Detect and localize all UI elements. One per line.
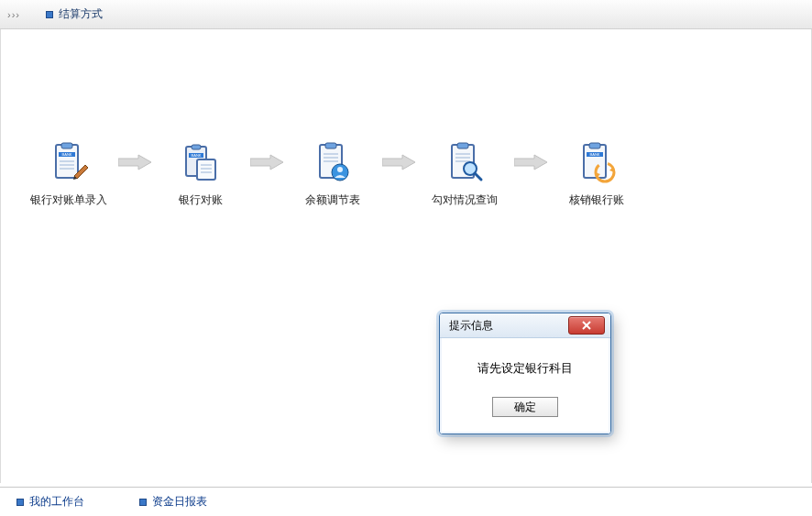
flow-arrow-icon xyxy=(514,154,547,170)
flow-item-balance-adjustment[interactable]: 余额调节表 xyxy=(283,141,382,208)
workflow-canvas: BANK 银行对账单录入 B xyxy=(0,29,812,483)
flow-item-label: 核销银行账 xyxy=(569,192,624,208)
dialog-close-button[interactable] xyxy=(568,316,605,335)
bottom-link-workbench[interactable]: 我的工作台 xyxy=(16,494,84,510)
top-breadcrumb-bar: ››› 结算方式 xyxy=(0,0,812,29)
svg-rect-28 xyxy=(457,143,468,148)
bottom-link-label: 我的工作台 xyxy=(29,494,84,510)
dialog-body: 请先设定银行科目 确定 xyxy=(440,338,610,434)
dialog-title: 提示信息 xyxy=(449,318,493,334)
workflow-row: BANK 银行对账单录入 B xyxy=(19,141,646,208)
flow-arrow-icon xyxy=(250,154,283,170)
svg-marker-9 xyxy=(118,155,151,170)
alert-dialog: 提示信息 请先设定银行科目 确定 xyxy=(439,313,611,434)
dialog-ok-button[interactable]: 确定 xyxy=(492,397,558,417)
svg-rect-11 xyxy=(192,145,201,149)
flow-item-bank-statement-entry[interactable]: BANK 银行对账单录入 xyxy=(19,141,118,208)
svg-marker-18 xyxy=(250,155,283,170)
expand-chevrons[interactable]: ››› xyxy=(7,9,20,20)
clipboard-bank-stack-icon: BANK xyxy=(179,141,223,185)
flow-arrow-icon xyxy=(118,154,151,170)
svg-line-33 xyxy=(475,173,481,180)
svg-rect-36 xyxy=(589,143,600,148)
breadcrumb-label: 结算方式 xyxy=(59,6,103,22)
svg-rect-1 xyxy=(61,143,72,148)
svg-text:BANK: BANK xyxy=(192,153,202,158)
flow-item-label: 银行对账单录入 xyxy=(30,192,107,208)
flow-item-label: 银行对账 xyxy=(179,192,223,208)
flow-arrow-icon xyxy=(382,154,415,170)
svg-rect-20 xyxy=(325,143,336,148)
flow-item-bank-reconcile[interactable]: BANK 银行对账 xyxy=(151,141,250,208)
flow-item-writeoff-bank[interactable]: BANK 核销银行账 xyxy=(547,141,646,208)
close-icon xyxy=(580,321,593,330)
breadcrumb-bullet-icon xyxy=(46,11,53,18)
breadcrumb[interactable]: 结算方式 xyxy=(46,6,103,22)
flow-item-label: 勾对情况查询 xyxy=(432,192,498,208)
link-bullet-icon xyxy=(139,499,147,506)
bottom-link-label: 资金日报表 xyxy=(152,494,207,510)
bottom-link-bar: 我的工作台 资金日报表 xyxy=(0,487,812,516)
clipboard-bank-pencil-icon: BANK xyxy=(47,141,91,185)
dialog-message: 请先设定银行科目 xyxy=(451,355,599,397)
svg-rect-14 xyxy=(197,159,215,180)
flow-item-match-query[interactable]: 勾对情况查询 xyxy=(415,141,514,208)
bottom-link-daily-report[interactable]: 资金日报表 xyxy=(139,494,207,510)
svg-text:BANK: BANK xyxy=(590,152,600,157)
dialog-titlebar[interactable]: 提示信息 xyxy=(440,313,610,338)
clipboard-search-icon xyxy=(443,141,487,185)
clipboard-user-icon xyxy=(311,141,355,185)
clipboard-refresh-icon: BANK xyxy=(575,141,619,185)
link-bullet-icon xyxy=(16,499,24,506)
svg-marker-26 xyxy=(382,155,415,170)
svg-marker-34 xyxy=(514,155,547,170)
svg-text:BANK: BANK xyxy=(62,152,72,157)
flow-item-label: 余额调节表 xyxy=(305,192,360,208)
svg-point-25 xyxy=(337,167,343,172)
